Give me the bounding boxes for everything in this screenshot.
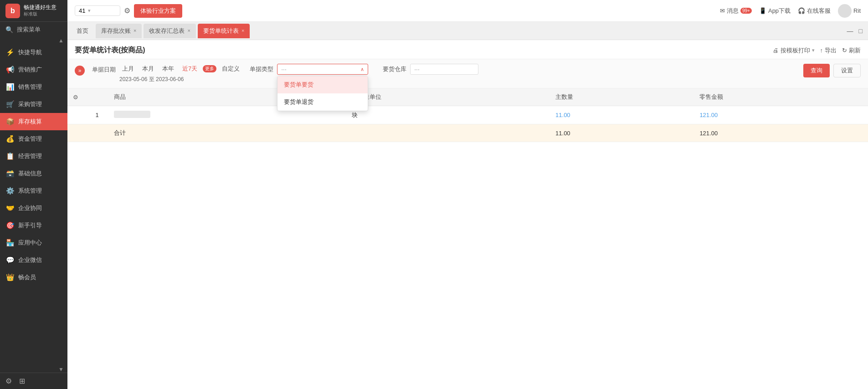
nav-label-corp: 企业协同	[18, 204, 62, 212]
tab-home[interactable]: 首页	[71, 24, 94, 38]
tab-receivable-summary-close[interactable]: ×	[187, 28, 190, 33]
col-unit-header: 主计量单位	[346, 88, 550, 106]
data-table: ⚙ 商品 主计量单位 主数量 零售金额 1	[67, 88, 868, 142]
nav-label-operation: 经营管理	[18, 152, 62, 160]
date-range-text: 2023-05-06 至 2023-06-06	[119, 76, 242, 83]
operation-icon: 📋	[5, 152, 15, 160]
sidebar-item-purchase[interactable]: 🛒 采购管理	[0, 96, 67, 113]
sidebar-item-member[interactable]: 👑 畅会员	[0, 269, 67, 286]
nav-label-member: 畅会员	[18, 273, 62, 282]
type-filter-group: 单据类型 ··· ∧ 要货单要货 要货单退货	[250, 64, 368, 75]
col-amount-header: 零售金额	[694, 88, 868, 106]
sidebar-item-operation[interactable]: 📋 经营管理	[0, 148, 67, 165]
tab-inventory-batch-close[interactable]: ×	[134, 28, 136, 33]
refresh-icon: ↻	[842, 47, 847, 54]
online-service-item[interactable]: 🎧 在线客服	[798, 7, 831, 15]
sidebar-expand-icon[interactable]: ⊞	[19, 377, 25, 385]
topbar-gear-button[interactable]: ⚙	[124, 6, 130, 15]
message-icon: ✉	[720, 7, 725, 14]
basic-icon: 🗃️	[5, 169, 15, 178]
row-amount-cell: 121.00	[694, 106, 868, 124]
table-container: ⚙ 商品 主计量单位 主数量 零售金额 1	[67, 88, 868, 142]
tab-inventory-batch[interactable]: 库存批次账 ×	[96, 24, 142, 38]
nav-label-basic: 基础信息	[18, 169, 62, 178]
inventory-icon: 📦	[5, 118, 15, 126]
query-button[interactable]: 查询	[803, 64, 830, 77]
date-btn-this-year[interactable]: 本年	[159, 64, 177, 74]
sidebar-item-appstore[interactable]: 🏪 应用中心	[0, 234, 67, 251]
nav-label-quick-nav: 快捷导航	[18, 48, 62, 56]
amount-link[interactable]: 121.00	[699, 112, 718, 118]
date-btn-last-month[interactable]: 上月	[119, 64, 137, 74]
total-unit-cell	[346, 124, 550, 142]
sidebar-item-system[interactable]: ⚙️ 系统管理	[0, 182, 67, 200]
finance-icon: 💰	[5, 135, 15, 143]
tab-receivable-summary[interactable]: 收发存汇总表 ×	[144, 24, 195, 38]
row-settings-cell	[67, 106, 86, 124]
refresh-button[interactable]: ↻ 刷新	[842, 46, 861, 55]
sidebar-bottom: ⚙ ⊞	[0, 373, 67, 389]
date-btn-this-month[interactable]: 本月	[139, 64, 157, 74]
sidebar-scroll-down[interactable]: ▼	[58, 366, 64, 373]
sidebar-item-sales[interactable]: 📊 销售管理	[0, 78, 67, 96]
quantity-link[interactable]: 11.00	[555, 112, 570, 118]
store-selector[interactable]: 41 ▾	[75, 5, 120, 16]
sidebar-scroll-up[interactable]: ▲	[58, 37, 64, 44]
search-menu[interactable]: 🔍 搜索菜单	[0, 22, 67, 37]
date-btn-7days[interactable]: 近7天	[180, 64, 200, 74]
table-body: 1 块 11.00 121.00	[67, 106, 868, 124]
nav-label-finance: 资金管理	[18, 135, 62, 143]
warehouse-filter-group: 要货仓库 ···	[383, 64, 478, 75]
total-row: 合计 11.00 121.00	[67, 124, 868, 142]
tab-maximize-button[interactable]: □	[857, 26, 864, 36]
store-chevron-icon: ▾	[88, 8, 91, 14]
app-download-item[interactable]: 📱 App下载	[759, 7, 791, 15]
page-header: 要货单统计表(按商品) 🖨 按模板打印 ▾ ↑ 导出 ↻ 刷新	[67, 40, 868, 59]
col-no-header	[86, 88, 108, 106]
sidebar-item-marketing[interactable]: 📢 营销推广	[0, 61, 67, 78]
app-sub: 标准版	[24, 11, 56, 17]
sidebar-item-finance[interactable]: 💰 资金管理	[0, 130, 67, 148]
nav-label-system: 系统管理	[18, 187, 62, 195]
phone-icon: 📱	[759, 7, 766, 14]
date-more-badge[interactable]: 更多	[203, 65, 216, 72]
expand-filter-button[interactable]: »	[75, 66, 85, 76]
dropdown-item-order-delivery[interactable]: 要货单要货	[277, 76, 368, 93]
tab-minimize-button[interactable]: —	[845, 26, 855, 36]
filter-bar: » 单据日期 上月 本月 本年 近7天 更多 自定义 2023-05-06 至 …	[67, 59, 868, 88]
nav-label-appstore: 应用中心	[18, 239, 62, 247]
dropdown-item-order-return[interactable]: 要货单退货	[277, 93, 368, 111]
column-settings-icon[interactable]: ⚙	[73, 94, 78, 101]
export-button[interactable]: ↑ 导出	[820, 46, 837, 55]
settings-button[interactable]: 设置	[833, 64, 861, 77]
trial-button[interactable]: 体验行业方案	[134, 4, 182, 18]
warehouse-more-icon: ···	[414, 66, 420, 73]
nav-label-marketing: 营销推广	[18, 66, 62, 74]
sidebar-item-quick-nav[interactable]: ⚡ 快捷导航	[0, 44, 67, 61]
row-unit-cell: 块	[346, 106, 550, 124]
warehouse-select[interactable]: ···	[410, 64, 478, 75]
user-avatar-item[interactable]: Rit	[838, 4, 861, 18]
date-filter-label: 单据日期	[92, 64, 116, 74]
search-label: 搜索菜单	[17, 26, 41, 34]
sidebar-item-corp[interactable]: 🤝 企业协同	[0, 200, 67, 217]
type-dropdown-menu: 要货单要货 要货单退货	[277, 76, 368, 111]
page-title: 要货单统计表(按商品)	[75, 46, 145, 55]
tab-order-stats[interactable]: 要货单统计表 ×	[198, 24, 250, 38]
sidebar-item-wechat[interactable]: 💬 企业微信	[0, 251, 67, 269]
tabs-actions: — □	[845, 26, 864, 36]
nav-label-sales: 销售管理	[18, 83, 62, 91]
table-foot: 合计 11.00 121.00	[67, 124, 868, 142]
messages-item[interactable]: ✉ 消息 99+	[720, 7, 752, 15]
date-btn-custom[interactable]: 自定义	[219, 64, 242, 74]
app-logo: b 畅捷通好生意 标准版	[0, 0, 67, 22]
sidebar-settings-icon[interactable]: ⚙	[5, 377, 12, 385]
sidebar-item-guide[interactable]: 🎯 新手引导	[0, 217, 67, 234]
sidebar-item-basic[interactable]: 🗃️ 基础信息	[0, 165, 67, 182]
table-header-row: ⚙ 商品 主计量单位 主数量 零售金额	[67, 88, 868, 106]
sidebar-item-inventory[interactable]: 📦 库存核算	[0, 113, 67, 130]
print-button[interactable]: 🖨 按模板打印 ▾	[773, 46, 815, 55]
total-quantity-cell: 11.00	[550, 124, 694, 142]
tab-order-stats-close[interactable]: ×	[241, 28, 244, 33]
type-select-box[interactable]: ··· ∧	[277, 64, 368, 75]
